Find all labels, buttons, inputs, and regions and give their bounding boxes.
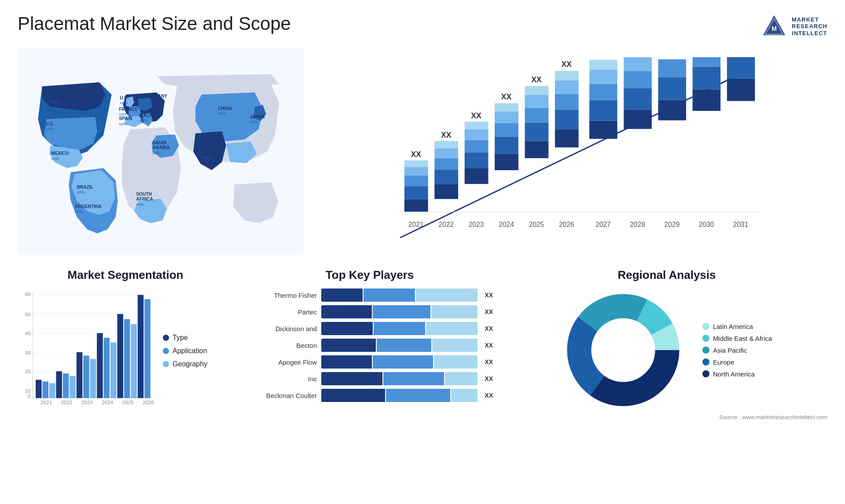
growth-chart-svg: XX 2021 XX 2022 XX 2023 XX 20 (326, 57, 819, 246)
player-label-partec: XX (485, 308, 493, 315)
bar-2024-seg5 (495, 103, 518, 112)
bar-2028-seg1 (624, 110, 652, 129)
bar-2023-seg1 (465, 168, 489, 184)
bar-2021-seg1 (404, 199, 428, 212)
player-name-becton: Becton (246, 342, 317, 349)
map-sublabel-us: xx% (45, 127, 53, 131)
legend-app-label: Application (173, 347, 207, 355)
y-label-60: 60 (25, 292, 31, 297)
legend-asiapac-label: Asia Pacific (713, 347, 747, 354)
legend-app-dot (163, 348, 169, 354)
bar-2021-label: XX (411, 150, 422, 159)
seg-year-2023: 2023 (81, 400, 93, 405)
y-label-10: 10 (25, 388, 31, 394)
seg-year-2024: 2024 (102, 400, 113, 405)
legend-europe-label: Europe (713, 358, 734, 366)
bottom-section: Market Segmentation 60 50 40 30 20 10 0 (18, 268, 827, 453)
map-sublabel-uk: xx% (120, 101, 128, 105)
bar-2022-label: XX (441, 131, 452, 139)
map-sublabel-southafrica: xx% (136, 202, 144, 207)
legend-geo-label: Geography (173, 360, 207, 368)
donut-area: Latin America Middle East & Africa Asia … (506, 289, 827, 412)
bar-2025-seg1 (525, 141, 549, 158)
bar-2021-seg4 (404, 167, 428, 175)
map-sublabel-canada: xx% (51, 99, 59, 104)
legend-europe: Europe (702, 358, 772, 366)
player-row-becton: Becton XX (246, 339, 493, 352)
bar-seg2-inc (383, 372, 445, 385)
seg-bar-2024-type (97, 333, 103, 398)
map-label-southafrica2: AFRICA (136, 197, 153, 201)
map-label-uk: U.K. (120, 95, 129, 100)
bar-2024-seg2 (495, 137, 518, 154)
legend-mea: Middle East & Africa (702, 335, 772, 342)
legend-type: Type (163, 334, 233, 342)
seg-bar-2025-type (117, 314, 123, 398)
bar-2027-label: XX (598, 57, 609, 58)
bar-2026-seg1 (555, 129, 579, 147)
russia-shape (157, 74, 279, 87)
player-row-beckman: Beckman Coulter XX (246, 389, 493, 402)
legend-mea-color (702, 335, 709, 342)
bar-seg3-apogee (434, 355, 478, 369)
player-bar-becton (321, 339, 478, 352)
bar-2022-seg5 (434, 141, 458, 149)
map-label-china: CHINA (218, 106, 232, 111)
players-list: Thermo Fisher XX Partec XX (246, 289, 493, 402)
bar-2029-year: 2029 (664, 221, 680, 228)
bar-2024-seg4 (495, 111, 518, 123)
seg-bar-2022-app (63, 373, 69, 398)
world-map-svg: CANADA xx% U.S. xx% MEXICO xx% BRAZIL xx… (18, 48, 304, 255)
map-label-canada: CANADA (51, 94, 71, 99)
map-sublabel-italy: xx% (140, 118, 147, 123)
bar-2029-seg1 (658, 100, 686, 121)
player-row-thermofisher: Thermo Fisher XX (246, 289, 493, 302)
bar-2030-seg2 (693, 67, 721, 90)
top-section: CANADA xx% U.S. xx% MEXICO xx% BRAZIL xx… (18, 48, 827, 255)
bar-2027-seg4 (589, 69, 617, 84)
segmentation-title: Market Segmentation (18, 268, 233, 282)
bar-seg3-beckman (451, 389, 478, 402)
bar-seg3-partec (431, 305, 478, 318)
bar-2021-seg3 (404, 175, 428, 186)
bar-2026-seg4 (555, 80, 579, 94)
bar-2023-seg3 (465, 140, 489, 153)
bar-2024-year: 2024 (499, 221, 514, 228)
player-bar-partec (321, 305, 478, 318)
seg-bar-2025-app (124, 319, 130, 398)
map-sublabel-mexico: xx% (51, 157, 59, 161)
map-label-argentina: ARGENTINA (75, 204, 102, 209)
bar-seg3-thermofisher (416, 289, 478, 302)
map-label-spain: SPAIN (119, 117, 132, 121)
player-name-inc: Inc (246, 375, 317, 383)
bar-2027-seg5 (589, 60, 617, 69)
bar-2031-seg2 (727, 57, 755, 79)
player-bar-inc (321, 372, 478, 385)
map-sublabel-japan: xx% (250, 120, 257, 124)
bar-2027-seg1 (589, 121, 617, 139)
bar-2027-seg2 (589, 100, 617, 121)
bar-seg3-dickinson (426, 322, 478, 335)
bar-2022-seg4 (434, 148, 458, 158)
bar-2023-seg5 (465, 122, 489, 130)
player-row-dickinson: Dickinson and XX (246, 322, 493, 335)
bar-2024-label: XX (501, 92, 512, 101)
player-label-dickinson: XX (485, 325, 493, 332)
bar-seg1-inc (321, 372, 382, 385)
bar-seg2-beckman (386, 389, 450, 402)
bar-seg2-dickinson (374, 322, 425, 335)
donut-center (597, 324, 650, 376)
bar-2026-seg3 (555, 94, 579, 110)
bar-2021-seg2 (404, 186, 428, 199)
map-sublabel-saudi: xx% (152, 151, 160, 155)
bar-2023-seg2 (465, 153, 489, 168)
player-bar-thermofisher (321, 289, 478, 302)
svg-text:M: M (772, 25, 777, 32)
world-map-container: CANADA xx% U.S. xx% MEXICO xx% BRAZIL xx… (18, 48, 304, 255)
source-text: Source : www.marketresearchintellect.com (506, 414, 827, 420)
bar-2030-seg3 (693, 57, 721, 67)
bar-seg2-becton (377, 339, 431, 352)
map-label-france: FRANCE (119, 107, 138, 112)
legend-latam-label: Latin America (713, 323, 753, 330)
bar-2021-seg5 (404, 161, 428, 167)
